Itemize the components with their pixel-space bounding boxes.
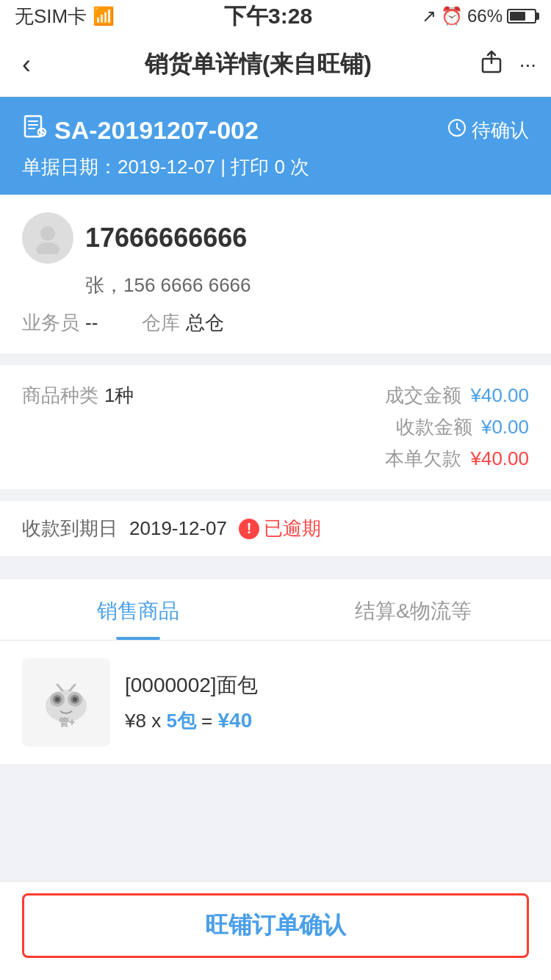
order-header-top: SA-20191207-002 待确认: [22, 115, 529, 145]
tabs-container: 销售商品 结算&物流等: [0, 580, 551, 641]
order-id-text: SA-20191207-002: [54, 116, 259, 145]
overdue-icon: !: [239, 519, 259, 539]
divider-2: [0, 489, 551, 501]
summary-card: 商品种类 1种 成交金额 ¥40.00 收款金额 ¥0.00 本单欠款 ¥40.…: [0, 365, 551, 489]
tab-settlement[interactable]: 结算&物流等: [276, 580, 551, 640]
customer-meta: 业务员 -- 仓库 总仓: [22, 310, 529, 336]
order-doc-icon: [22, 115, 47, 145]
warehouse-value: 总仓: [186, 310, 224, 336]
sales-value: --: [85, 311, 98, 334]
product-kind-area: 商品种类 1种: [22, 383, 134, 408]
time-display: 下午3:28: [224, 1, 312, 32]
due-label: 收款到期日: [22, 516, 118, 541]
more-button[interactable]: ···: [519, 53, 536, 76]
alarm-icon: ⏰: [441, 6, 463, 26]
product-info: [0000002]面包 ¥8 x 5包 = ¥40: [125, 671, 529, 734]
nav-actions: ···: [478, 48, 536, 80]
due-date-card: 收款到期日 2019-12-07 ! 已逾期: [0, 501, 551, 556]
due-date-value: 2019-12-07: [129, 517, 227, 540]
tab-products[interactable]: 销售商品: [0, 580, 276, 640]
customer-name: 张，156 6666 6666: [22, 273, 529, 298]
wifi-icon: 📶: [93, 6, 115, 26]
owed-row: 本单欠款 ¥40.00: [385, 446, 529, 472]
share-button[interactable]: [478, 48, 505, 80]
price-unit: ¥8 x: [125, 710, 166, 732]
amounts-area: 成交金额 ¥40.00 收款金额 ¥0.00 本单欠款 ¥40.00: [385, 383, 529, 472]
table-row: 管+ [0000002]面包 ¥8 x 5包 = ¥40: [0, 641, 551, 764]
received-label: 收款金额: [396, 414, 472, 440]
order-status: 待确认: [447, 118, 529, 143]
product-list: 管+ [0000002]面包 ¥8 x 5包 = ¥40: [0, 641, 551, 764]
warehouse-label: 仓库: [142, 310, 180, 336]
order-id-area: SA-20191207-002: [22, 115, 259, 145]
divider-3: [0, 556, 551, 568]
amount-row: 成交金额 ¥40.00: [385, 383, 529, 408]
price-equals: =: [196, 710, 218, 732]
sales-item: 业务员 --: [22, 310, 98, 336]
amount-value: ¥40.00: [470, 384, 529, 407]
customer-phone: 17666666666: [85, 223, 247, 253]
page-title: 销货单详情(来自旺铺): [38, 48, 478, 81]
battery-text: 66%: [467, 6, 503, 26]
product-kind-value: 1种: [104, 383, 134, 408]
back-button[interactable]: ‹: [15, 42, 38, 87]
customer-top: 17666666666: [22, 212, 529, 264]
confirm-order-button[interactable]: 旺铺订单确认: [22, 893, 529, 958]
status-left: 无SIM卡 📶: [15, 4, 115, 29]
status-text: 待确认: [472, 118, 529, 143]
owed-label: 本单欠款: [385, 446, 461, 472]
summary-row: 商品种类 1种 成交金额 ¥40.00 收款金额 ¥0.00 本单欠款 ¥40.…: [22, 383, 529, 472]
avatar: [22, 212, 73, 264]
product-logo: 管+: [37, 673, 96, 732]
product-name: [0000002]面包: [125, 671, 529, 699]
location-icon: ↗: [422, 6, 436, 26]
product-kind-label: 商品种类: [22, 383, 98, 408]
amount-label: 成交金额: [385, 383, 461, 408]
svg-text:管+: 管+: [59, 716, 75, 728]
price-qty: 5包: [166, 710, 195, 732]
product-thumbnail: 管+: [22, 658, 110, 746]
sales-label: 业务员: [22, 310, 79, 336]
status-right: ↗ ⏰ 66%: [422, 6, 536, 26]
battery-fill: [510, 12, 525, 21]
divider-1: [0, 353, 551, 365]
overdue-text: 已逾期: [264, 516, 321, 541]
warehouse-item: 仓库 总仓: [142, 310, 224, 336]
product-price: ¥8 x 5包 = ¥40: [125, 708, 529, 734]
clock-icon: [447, 118, 467, 143]
received-value: ¥0.00: [481, 416, 529, 439]
overdue-badge: ! 已逾期: [239, 516, 321, 541]
svg-point-12: [73, 697, 77, 702]
bottom-bar: 旺铺订单确认: [0, 881, 551, 980]
svg-point-5: [36, 242, 60, 254]
price-total: ¥40: [217, 709, 252, 732]
carrier-text: 无SIM卡: [15, 4, 87, 29]
status-bar: 无SIM卡 📶 下午3:28 ↗ ⏰ 66%: [0, 0, 551, 32]
customer-card: 17666666666 张，156 6666 6666 业务员 -- 仓库 总仓: [0, 195, 551, 353]
svg-point-11: [55, 697, 60, 702]
order-date-text: 单据日期：2019-12-07 | 打印 0 次: [22, 154, 529, 180]
owed-value: ¥40.00: [470, 447, 529, 470]
order-header-card: SA-20191207-002 待确认 单据日期：2019-12-07 | 打印…: [0, 97, 551, 195]
svg-point-4: [40, 226, 55, 241]
battery-indicator: [507, 9, 536, 24]
received-row: 收款金额 ¥0.00: [396, 414, 529, 440]
nav-bar: ‹ 销货单详情(来自旺铺) ···: [0, 32, 551, 97]
